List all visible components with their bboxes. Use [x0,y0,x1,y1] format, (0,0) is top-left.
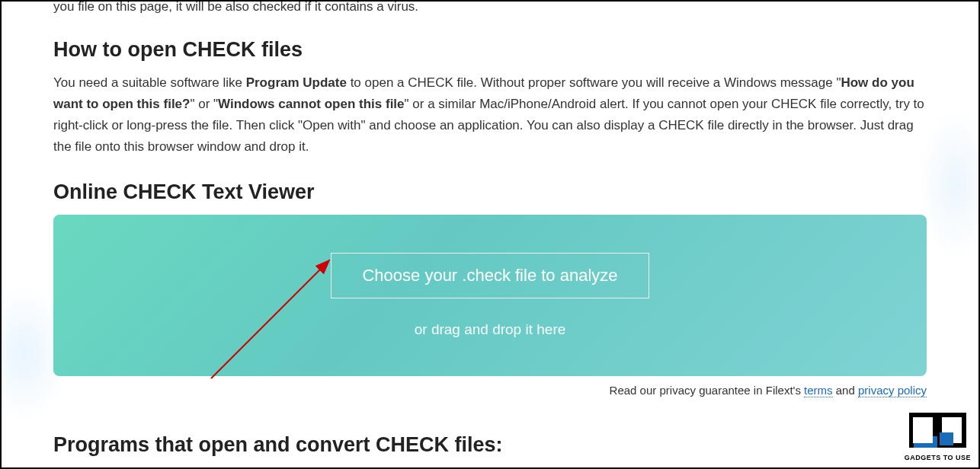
svg-rect-5 [940,432,953,445]
bold-cannot-open: Windows cannot open this file [218,97,404,111]
watermark-text: GADGETS TO USE [905,454,971,461]
upload-dropzone[interactable]: Choose your .check file to analyze or dr… [53,215,927,376]
text-segment: " or " [190,97,218,111]
and-text: and [833,384,858,397]
choose-file-button[interactable]: Choose your .check file to analyze [331,253,649,298]
howto-paragraph: You need a suitable software like Progra… [53,72,927,158]
howto-heading: How to open CHECK files [53,38,927,62]
drag-drop-text: or drag and drop it here [69,321,911,338]
text-segment: to open a CHECK file. Without proper sof… [347,75,841,90]
privacy-policy-link[interactable]: privacy policy [858,384,927,397]
viewer-heading: Online CHECK Text Viewer [53,180,927,204]
watermark-logo-icon [909,411,966,449]
svg-rect-2 [911,415,935,445]
text-segment: You need a suitable software like [53,75,246,90]
privacy-guarantee-text: Read our privacy guarantee in Filext's t… [53,384,927,397]
svg-rect-3 [911,415,935,445]
terms-link[interactable]: terms [804,384,833,397]
intro-partial-text: you file on this page, it will be also c… [53,0,927,17]
programs-heading: Programs that open and convert CHECK fil… [53,433,927,457]
privacy-prefix: Read our privacy guarantee in Filext's [610,384,805,397]
bold-program-update: Program Update [246,75,347,90]
watermark: GADGETS TO USE [905,411,971,461]
